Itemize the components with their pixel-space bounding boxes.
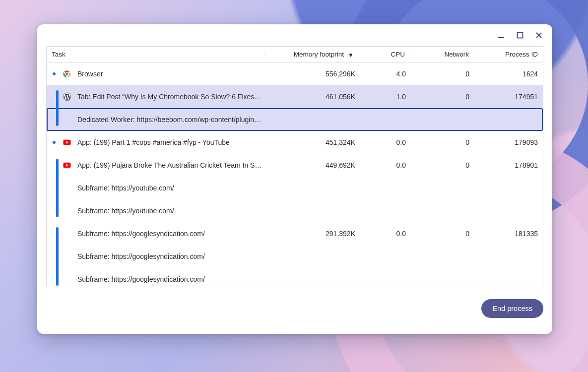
- svg-rect-1: [518, 33, 523, 38]
- cell-cpu: 1.0: [360, 93, 411, 101]
- cell-pid: 179093: [474, 138, 543, 146]
- cell-memory: 451,324K: [267, 138, 360, 146]
- cell-network: 0: [411, 93, 474, 101]
- column-header-label: Memory footprint: [294, 51, 344, 58]
- process-group: Browser556,296K4.001624: [47, 62, 543, 85]
- cell-task: Subframe: https://youtube.com/: [47, 184, 267, 192]
- column-header-label: Network: [444, 51, 469, 58]
- svg-point-4: [65, 72, 68, 75]
- youtube-icon: [63, 161, 71, 170]
- table-row[interactable]: Subframe: https://youtube.com/: [47, 177, 543, 199]
- content-area: Task Memory footprint ▼ CPU Network Proc…: [37, 46, 552, 334]
- group-tree-line: [56, 159, 59, 217]
- cell-memory: 461,056K: [267, 93, 360, 101]
- activity-indicator: [53, 141, 56, 144]
- task-label: Subframe: https://youtube.com/: [77, 207, 262, 215]
- table-row[interactable]: App: (199) Pujara Broke The Australian C…: [47, 154, 543, 177]
- process-group: App: (199) Part 1 #cops #america #fyp - …: [47, 131, 543, 154]
- table-row[interactable]: Tab: Edit Post “Why Is My Chromebook So …: [47, 85, 543, 108]
- column-header-network[interactable]: Network: [410, 51, 474, 58]
- column-header-task[interactable]: Task: [47, 51, 265, 58]
- task-label: Subframe: https://youtube.com/: [77, 184, 262, 192]
- table-row[interactable]: Subframe: https://googlesyndication.com/: [47, 245, 543, 268]
- table-row[interactable]: Browser556,296K4.001624: [47, 62, 543, 85]
- cell-task: Tab: Edit Post “Why Is My Chromebook So …: [47, 92, 267, 101]
- cell-task: App: (199) Pujara Broke The Australian C…: [47, 161, 267, 170]
- svg-rect-0: [498, 37, 504, 38]
- cell-pid: 178901: [474, 161, 543, 169]
- table-body: Browser556,296K4.001624 Tab: Edit Post “…: [47, 62, 543, 286]
- cell-memory: 449,692K: [267, 161, 360, 169]
- cell-task: Subframe: https://googlesyndication.com/: [47, 229, 267, 238]
- cell-memory: 291,392K: [267, 230, 360, 238]
- cell-network: 0: [411, 230, 474, 238]
- column-header-cpu[interactable]: CPU: [359, 51, 410, 58]
- cell-network: 0: [411, 70, 474, 78]
- task-label: App: (199) Pujara Broke The Australian C…: [77, 161, 262, 169]
- cell-pid: 1624: [474, 70, 543, 78]
- cell-cpu: 0.0: [360, 138, 411, 146]
- chrome-icon: [63, 69, 71, 78]
- cell-memory: 556,296K: [267, 70, 360, 78]
- dialog-footer: End process: [46, 286, 543, 325]
- table-row[interactable]: Subframe: https://youtube.com/: [47, 199, 543, 222]
- task-label: Subframe: https://googlesyndication.com/: [77, 230, 262, 238]
- task-label: Dedicated Worker: https://beebom.com/wp-…: [77, 116, 262, 124]
- table-row[interactable]: Dedicated Worker: https://beebom.com/wp-…: [47, 108, 543, 131]
- wordpress-icon: [63, 92, 71, 101]
- cell-cpu: 4.0: [360, 70, 411, 78]
- task-label: Browser: [77, 70, 262, 78]
- process-group: Subframe: https://googlesyndication.com/…: [47, 222, 543, 286]
- task-label: Tab: Edit Post “Why Is My Chromebook So …: [77, 93, 262, 101]
- task-label: App: (199) Part 1 #cops #america #fyp - …: [77, 138, 262, 146]
- column-header-label: Task: [52, 51, 65, 58]
- task-label: Subframe: https://googlesyndication.com/: [77, 275, 262, 283]
- cell-network: 0: [411, 138, 474, 146]
- sort-descending-icon: ▼: [348, 52, 354, 59]
- table-row[interactable]: Subframe: https://googlesyndication.com/: [47, 268, 543, 286]
- activity-indicator: [53, 72, 56, 75]
- group-tree-line: [56, 90, 59, 126]
- process-group: Tab: Edit Post “Why Is My Chromebook So …: [47, 85, 543, 131]
- cell-cpu: 0.0: [360, 230, 411, 238]
- column-header-label: CPU: [391, 51, 405, 58]
- cell-cpu: 0.0: [360, 161, 411, 169]
- task-label: Subframe: https://googlesyndication.com/: [77, 252, 262, 260]
- column-header-label: Process ID: [505, 51, 538, 58]
- column-header-memory[interactable]: Memory footprint ▼: [265, 51, 359, 58]
- cell-task: Subframe: https://youtube.com/: [47, 206, 267, 215]
- group-tree-line: [56, 227, 59, 286]
- window-maximize-button[interactable]: [516, 31, 524, 40]
- task-manager-window: Task Memory footprint ▼ CPU Network Proc…: [37, 24, 552, 334]
- column-header-pid[interactable]: Process ID: [474, 51, 543, 58]
- cell-network: 0: [411, 161, 474, 169]
- cell-task: Subframe: https://googlesyndication.com/: [47, 252, 267, 261]
- process-group: App: (199) Pujara Broke The Australian C…: [47, 154, 543, 222]
- table-row[interactable]: App: (199) Part 1 #cops #america #fyp - …: [47, 131, 543, 154]
- youtube-icon: [63, 138, 71, 147]
- window-minimize-button[interactable]: [497, 31, 506, 40]
- cell-task: Browser: [47, 69, 267, 78]
- cell-task: Subframe: https://googlesyndication.com/: [47, 275, 267, 284]
- window-close-button[interactable]: [534, 31, 543, 40]
- process-table: Task Memory footprint ▼ CPU Network Proc…: [46, 46, 543, 286]
- table-header-row: Task Memory footprint ▼ CPU Network Proc…: [47, 47, 543, 62]
- cell-task: Dedicated Worker: https://beebom.com/wp-…: [47, 115, 267, 124]
- table-row[interactable]: Subframe: https://googlesyndication.com/…: [47, 222, 543, 245]
- cell-task: App: (199) Part 1 #cops #america #fyp - …: [47, 138, 267, 147]
- window-titlebar: [37, 24, 552, 46]
- cell-pid: 181335: [474, 230, 543, 238]
- end-process-button[interactable]: End process: [481, 299, 543, 318]
- cell-pid: 174951: [474, 93, 543, 101]
